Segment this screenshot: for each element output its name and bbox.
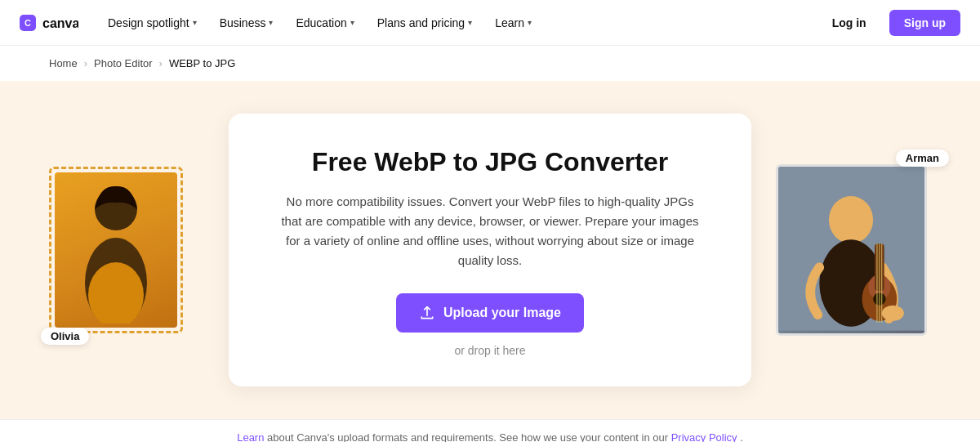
label-arman: Arman <box>896 150 949 167</box>
left-photo <box>55 172 177 328</box>
privacy-policy-link[interactable]: Privacy Policy <box>671 431 737 442</box>
chevron-down-icon: ▾ <box>468 18 472 27</box>
svg-text:C: C <box>24 18 31 28</box>
hero-section: Olivia Free WebP to JPG Converter No mor… <box>0 81 980 419</box>
chevron-down-icon: ▾ <box>528 18 532 27</box>
deco-left: Olivia <box>49 167 196 333</box>
footer-text: Learn about Canva's upload formats and r… <box>237 431 743 442</box>
right-photo <box>776 164 927 336</box>
learn-link[interactable]: Learn <box>237 431 264 442</box>
breadcrumb-separator-1: › <box>84 57 87 69</box>
hero-description: No more compatibility issues. Convert yo… <box>278 192 702 270</box>
breadcrumb-current: WEBP to JPG <box>169 57 235 69</box>
chevron-down-icon: ▾ <box>350 18 354 27</box>
breadcrumb: Home › Photo Editor › WEBP to JPG <box>0 46 980 81</box>
svg-point-16 <box>882 306 904 321</box>
nav-item-learn[interactable]: Learn ▾ <box>485 11 541 34</box>
deco-right: Arman <box>776 164 939 336</box>
upload-icon <box>419 305 435 321</box>
right-person-illustration <box>778 164 924 333</box>
svg-point-7 <box>829 196 873 243</box>
breadcrumb-photo-editor[interactable]: Photo Editor <box>94 57 153 69</box>
left-frame <box>49 167 183 333</box>
upload-button[interactable]: Upload your Image <box>396 293 584 333</box>
logo[interactable]: C canva <box>20 11 78 34</box>
breadcrumb-home[interactable]: Home <box>49 57 78 69</box>
breadcrumb-separator-2: › <box>159 57 163 69</box>
signup-button[interactable]: Sign up <box>889 10 960 36</box>
login-button[interactable]: Log in <box>817 10 881 36</box>
left-person-illustration <box>75 176 157 324</box>
chevron-down-icon: ▾ <box>193 18 197 27</box>
nav-item-design-spotlight[interactable]: Design spotlight ▾ <box>98 11 207 34</box>
drop-hint: or drop it here <box>278 344 702 357</box>
svg-text:canva: canva <box>42 16 78 30</box>
nav-item-business[interactable]: Business ▾ <box>210 11 283 34</box>
chevron-down-icon: ▾ <box>269 18 273 27</box>
nav-actions: Log in Sign up <box>817 10 960 36</box>
nav-item-education[interactable]: Education ▾ <box>286 11 363 34</box>
hero-title: Free WebP to JPG Converter <box>278 146 702 177</box>
label-olivia: Olivia <box>41 328 89 345</box>
converter-card: Free WebP to JPG Converter No more compa… <box>229 114 751 386</box>
nav-items: Design spotlight ▾ Business ▾ Education … <box>98 11 817 34</box>
navbar: C canva Design spotlight ▾ Business ▾ Ed… <box>0 0 980 46</box>
nav-item-plans[interactable]: Plans and pricing ▾ <box>368 11 482 34</box>
footer-strip: Learn about Canva's upload formats and r… <box>0 419 980 442</box>
upload-button-label: Upload your Image <box>443 306 561 320</box>
